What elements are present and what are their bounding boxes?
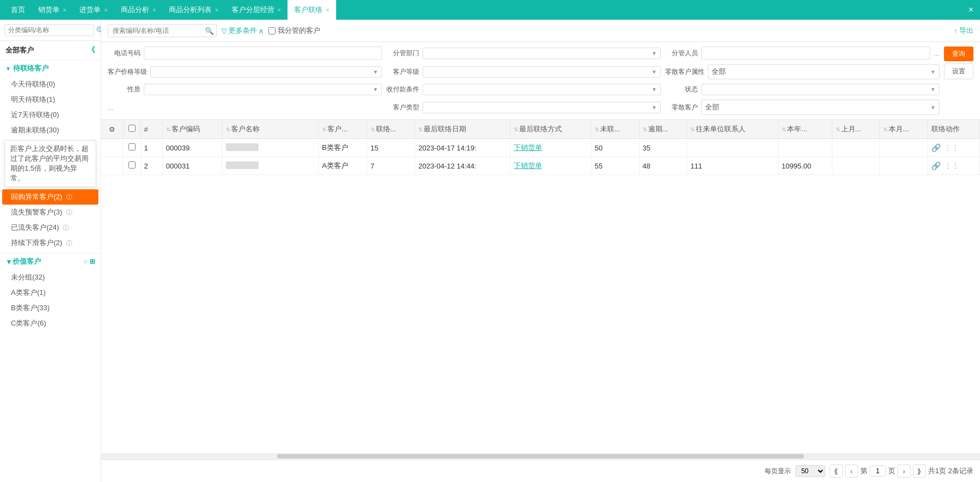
col-uncontact[interactable]: ⇅ 未联...	[591, 120, 639, 139]
window-close-button[interactable]: ×	[969, 5, 973, 15]
export-button[interactable]: ↑ 导出	[954, 26, 974, 36]
sidebar-item-tomorrow[interactable]: 明天待联络(1)	[0, 92, 101, 107]
settings-button[interactable]: 设置	[944, 63, 973, 79]
price-level-select[interactable]: ▼	[150, 66, 382, 78]
col-contact-person[interactable]: ⇅ 往来单位联系人	[687, 120, 778, 139]
manage-groups-icon[interactable]: ⊞	[90, 258, 95, 265]
col-last-method[interactable]: ⇅ 最后联络方式	[510, 120, 591, 139]
sidebar-item-declining[interactable]: 持续下滑客户(2) ⓘ	[0, 235, 101, 251]
customer-type-select[interactable]: ▼	[422, 102, 661, 113]
main-layout: 🔍 全部客户 《 ▼ 待联络客户 今天待联络(0) 明天待联络(1) 近7天待联…	[0, 20, 980, 482]
row1-select-checkbox[interactable]	[128, 143, 136, 150]
row2-more-icon[interactable]: ⋮⋮	[944, 161, 959, 170]
first-page-button[interactable]: ⟪	[830, 464, 843, 478]
filter-search-icon[interactable]: 🔍	[205, 27, 214, 35]
prev-page-button[interactable]: ‹	[845, 464, 858, 478]
sidebar-item-class-a[interactable]: A类客户(1)	[0, 285, 101, 300]
sidebar-item-unclassified[interactable]: 未分组(32)	[0, 270, 101, 285]
sidebar-item-churn-warning[interactable]: 流失预警客户(3) ⓘ	[0, 205, 101, 220]
horizontal-scrollbar[interactable]	[101, 453, 980, 460]
close-purchase-tab[interactable]: ×	[104, 7, 107, 13]
retail-customer-select[interactable]: 全部 ▼	[701, 100, 940, 115]
pagination-controls: ⟪ ‹ 第 页 › ⟫ 共1页 2条记录	[830, 464, 973, 478]
my-customers-checkbox-label[interactable]: 我分管的客户	[268, 26, 320, 36]
col-this-year[interactable]: ⇅ 本年...	[778, 120, 832, 139]
sidebar-all-customers-header: 全部客户 《	[0, 41, 101, 60]
sidebar-item-class-b[interactable]: B类客户(33)	[0, 300, 101, 316]
row2-last-method-link[interactable]: 下销货单	[514, 161, 542, 170]
col-type[interactable]: ⇅ 客户...	[319, 120, 367, 139]
close-sales-tab[interactable]: ×	[63, 7, 66, 13]
close-product-list-tab[interactable]: ×	[215, 7, 218, 13]
my-customers-checkbox[interactable]	[268, 27, 275, 34]
sidebar-item-today[interactable]: 今天待联络(0)	[0, 77, 101, 92]
search-input[interactable]	[108, 24, 217, 37]
table-area: ⚙ # ⇅ 客户编码	[101, 120, 980, 453]
settings-icon[interactable]: ⚙	[109, 125, 115, 133]
price-level-chevron-icon: ▼	[373, 69, 378, 75]
next-page-button[interactable]: ›	[897, 464, 911, 478]
nature-chevron-icon: ▼	[373, 86, 378, 92]
person-label: 分管人员	[665, 49, 698, 58]
row1-link-icon[interactable]: 🔗	[931, 143, 941, 152]
filter-bar: 🔍 ▽ 更多条件 ∧ 我分管的客户 ↑ 导出	[101, 20, 980, 42]
row1-last-date: 2023-04-17 14:19:	[415, 139, 510, 157]
last-page-button[interactable]: ⟫	[913, 464, 926, 478]
sidebar-item-repurchase-anomaly[interactable]: 回购异常客户(2) ⓘ	[2, 189, 98, 205]
row2-select-checkbox[interactable]	[128, 161, 136, 169]
per-page-select[interactable]: 50 100 200	[795, 465, 825, 477]
person-input[interactable]	[701, 47, 930, 60]
sidebar-search-input[interactable]	[4, 24, 94, 36]
nav-item-purchase[interactable]: 进货单 ×	[73, 0, 114, 20]
row4-dots-button[interactable]: ...	[108, 103, 114, 112]
phone-input[interactable]	[144, 47, 382, 60]
row1-this-year	[778, 139, 832, 157]
table-row: 1 000039 B类客户 15	[101, 139, 980, 157]
close-customer-mgmt-tab[interactable]: ×	[278, 7, 281, 13]
nav-item-product-analysis[interactable]: 商品分析 ×	[114, 0, 162, 20]
scrollbar-thumb[interactable]	[277, 454, 805, 458]
filter-cell-status: 状态 ▼	[665, 84, 940, 95]
row1-last-method-link[interactable]: 下销货单	[514, 143, 542, 152]
nature-select[interactable]: ▼	[144, 84, 382, 95]
col-overdue-sort-icon: ⇅	[643, 126, 647, 132]
customer-level-select[interactable]: ▼	[422, 66, 661, 78]
col-overdue[interactable]: ⇅ 逾期...	[639, 120, 687, 139]
col-contact-count[interactable]: ⇅ 联络...	[367, 120, 415, 139]
close-product-analysis-tab[interactable]: ×	[152, 7, 156, 13]
row1-name	[222, 139, 319, 157]
more-conditions-button[interactable]: ▽ 更多条件 ∧	[221, 26, 264, 36]
nav-item-sales[interactable]: 销货单 ×	[32, 0, 73, 20]
query-button[interactable]: 查询	[944, 47, 973, 61]
status-select[interactable]: ▼	[701, 84, 940, 95]
edit-groups-icon[interactable]: ○	[84, 258, 87, 265]
sidebar-item-7days[interactable]: 近7天待联络(0)	[0, 107, 101, 123]
col-settings[interactable]: ⚙	[101, 120, 123, 139]
col-name[interactable]: ⇅ 客户名称	[222, 120, 319, 139]
sidebar-item-churned[interactable]: 已流失客户(24) ⓘ	[0, 220, 101, 235]
col-code[interactable]: ⇅ 客户编码	[162, 120, 222, 139]
col-last-month[interactable]: ⇅ 上月...	[832, 120, 880, 139]
page-total-label: 共1页 2条记录	[928, 466, 973, 476]
select-all-checkbox[interactable]	[128, 125, 136, 132]
sidebar-collapse-button[interactable]: 《	[87, 45, 95, 55]
row1-more-icon[interactable]: ⋮⋮	[944, 143, 959, 152]
row2-link-icon[interactable]: 🔗	[931, 161, 941, 170]
retail-attr-chevron-icon: ▼	[930, 69, 936, 75]
person-dots-button[interactable]: ...	[934, 49, 940, 57]
col-last-date[interactable]: ⇅ 最后联络日期	[415, 120, 510, 139]
sidebar-item-class-c[interactable]: C类客户(6)	[0, 316, 101, 331]
dept-select[interactable]: ▼	[422, 48, 661, 59]
nav-item-customer-contact[interactable]: 客户联络 ×	[287, 0, 336, 20]
nav-item-customer-management[interactable]: 客户分层经营 ×	[225, 0, 287, 20]
sidebar-item-overdue[interactable]: 逾期未联络(30)	[0, 123, 101, 138]
nav-item-home[interactable]: 首页	[4, 0, 32, 20]
retail-attr-select[interactable]: 全部 ▼	[708, 64, 940, 79]
col-this-month[interactable]: ⇅ 本月...	[880, 120, 928, 139]
close-customer-contact-tab[interactable]: ×	[326, 7, 329, 13]
filter-cell-dots: ...	[108, 103, 382, 112]
payment-select[interactable]: ▼	[422, 84, 661, 95]
nav-item-product-analysis-list[interactable]: 商品分析列表 ×	[162, 0, 225, 20]
col-contactperson-sort-icon: ⇅	[690, 126, 695, 132]
page-number-input[interactable]	[870, 466, 886, 477]
